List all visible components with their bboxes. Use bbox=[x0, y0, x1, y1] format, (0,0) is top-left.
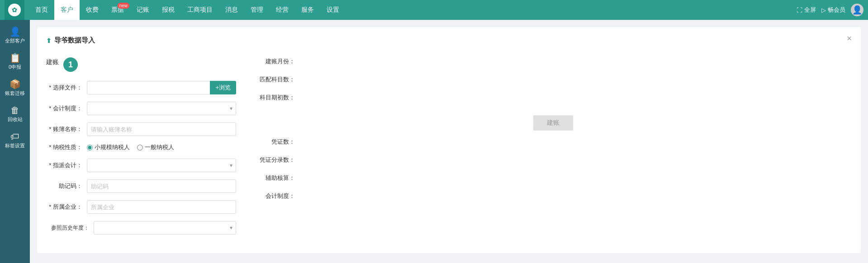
step-indicator: 建账 1 bbox=[46, 57, 236, 72]
accountant-label: * 指派会计： bbox=[46, 161, 82, 169]
recycle-bin-icon: 🗑 bbox=[10, 106, 19, 115]
browse-button[interactable]: +浏览 bbox=[210, 81, 236, 94]
sidebar-item-recycle-bin[interactable]: 🗑 回收站 bbox=[0, 102, 30, 127]
step-label: 建账 bbox=[46, 58, 59, 66]
info-subject-opening: 科目期初数： bbox=[254, 94, 852, 102]
info-auxiliary: 辅助核算： bbox=[254, 174, 852, 182]
nav-fee[interactable]: 收费 bbox=[80, 0, 105, 20]
top-navigation: ✿ 首页 客户 收费 票据 new 记账 报税 工商项目 消息 管理 bbox=[0, 0, 868, 20]
tax-radio-group: 小规模纳税人 一般纳税人 bbox=[87, 143, 236, 151]
account-name-label: * 账簿名称： bbox=[46, 125, 82, 133]
memo-row: 助记码： bbox=[46, 179, 236, 193]
nav-customer[interactable]: 客户 bbox=[54, 0, 80, 20]
form-right: 建账月份： 匹配科目数： 科目期初数： 建账 bbox=[236, 57, 852, 242]
nav-bookkeeping[interactable]: 记账 bbox=[130, 0, 156, 20]
nav-business[interactable]: 工商项目 bbox=[181, 0, 219, 20]
company-input[interactable] bbox=[87, 200, 236, 214]
vip-icon: ▷ bbox=[821, 7, 826, 14]
accounting-select[interactable] bbox=[87, 102, 236, 115]
sidebar-item-all-customers[interactable]: 👤 全部客户 bbox=[0, 23, 30, 48]
nav-message[interactable]: 消息 bbox=[219, 0, 244, 20]
history-select[interactable] bbox=[94, 221, 236, 235]
accountant-row: * 指派会计： bbox=[46, 159, 236, 172]
account-name-input[interactable] bbox=[87, 122, 236, 136]
sidebar-item-account-migration[interactable]: 📦 账套迁移 bbox=[0, 76, 30, 100]
subject-opening-label: 科目期初数： bbox=[254, 94, 295, 102]
nav-invoice[interactable]: 票据 new bbox=[105, 0, 130, 20]
page-layout: 👤 全部客户 📋 0申报 📦 账套迁移 🗑 回收站 🏷 标签设置 ⬆ 导爷数据导… bbox=[0, 20, 868, 263]
sidebar-item-zero-report[interactable]: 📋 0申报 bbox=[0, 50, 30, 74]
step-circle: 1 bbox=[63, 57, 78, 72]
tax-radio-general[interactable] bbox=[137, 145, 143, 150]
account-migration-icon: 📦 bbox=[9, 80, 21, 89]
file-input[interactable] bbox=[87, 81, 210, 94]
fullscreen-icon: ⛶ bbox=[797, 7, 802, 14]
info-accounting-system: 会计制度： bbox=[254, 192, 852, 200]
new-badge: new bbox=[118, 3, 129, 9]
file-input-group: +浏览 bbox=[87, 81, 236, 94]
company-row: * 所属企业： bbox=[46, 200, 236, 214]
tax-label: * 纳税性质： bbox=[46, 143, 82, 151]
file-label: * 选择文件： bbox=[46, 84, 82, 92]
sidebar: 👤 全部客户 📋 0申报 📦 账套迁移 🗑 回收站 🏷 标签设置 bbox=[0, 20, 30, 263]
fullscreen-button[interactable]: ⛶ 全屏 bbox=[797, 6, 816, 14]
nav-manage[interactable]: 管理 bbox=[244, 0, 270, 20]
tax-option-small[interactable]: 小规模纳税人 bbox=[87, 143, 130, 151]
voucher-count-label: 凭证数： bbox=[254, 138, 295, 146]
zero-report-icon: 📋 bbox=[9, 53, 21, 62]
nav-right-area: ⛶ 全屏 ▷ 畅会员 👤 bbox=[797, 4, 863, 16]
tag-settings-icon: 🏷 bbox=[10, 132, 19, 141]
nav-operation[interactable]: 经营 bbox=[270, 0, 295, 20]
import-icon: ⬆ bbox=[46, 37, 52, 44]
accounting-select-wrapper bbox=[87, 102, 236, 115]
memo-label: 助记码： bbox=[46, 182, 82, 190]
accountant-select-wrapper bbox=[87, 159, 236, 172]
app-logo: ✿ bbox=[8, 4, 21, 16]
import-card: ⬆ 导爷数据导入 × 建账 1 * 选择文件： bbox=[37, 27, 861, 253]
tax-option-general[interactable]: 一般纳税人 bbox=[137, 143, 174, 151]
all-customers-icon: 👤 bbox=[9, 27, 21, 36]
accounting-system-label: 会计制度： bbox=[254, 192, 295, 200]
accountant-select[interactable] bbox=[87, 159, 236, 172]
file-row: * 选择文件： +浏览 bbox=[46, 81, 236, 94]
tax-type-row: * 纳税性质： 小规模纳税人 一般纳税人 bbox=[46, 143, 236, 151]
info-match-subjects: 匹配科目数： bbox=[254, 75, 852, 84]
nav-service[interactable]: 服务 bbox=[295, 0, 320, 20]
close-button[interactable]: × bbox=[847, 34, 852, 42]
info-voucher-count: 凭证数： bbox=[254, 138, 852, 146]
history-label: 参照历史年度： bbox=[46, 224, 89, 232]
match-subjects-label: 匹配科目数： bbox=[254, 75, 295, 84]
logo-area[interactable]: ✿ bbox=[5, 0, 24, 20]
account-name-row: * 账簿名称： bbox=[46, 122, 236, 136]
accounting-row: * 会计制度： bbox=[46, 102, 236, 115]
build-account-button[interactable]: 建账 bbox=[533, 115, 573, 131]
vip-button[interactable]: ▷ 畅会员 bbox=[821, 6, 845, 14]
form-area: 建账 1 * 选择文件： +浏览 bbox=[46, 57, 852, 242]
company-label: * 所属企业： bbox=[46, 203, 82, 211]
build-month-label: 建账月份： bbox=[254, 57, 295, 66]
accounting-label: * 会计制度： bbox=[46, 104, 82, 113]
card-title: ⬆ 导爷数据导入 bbox=[46, 36, 852, 45]
memo-input[interactable] bbox=[87, 179, 236, 193]
nav-settings[interactable]: 设置 bbox=[320, 0, 346, 20]
avatar[interactable]: 👤 bbox=[851, 4, 863, 16]
main-content: ⬆ 导爷数据导入 × 建账 1 * 选择文件： bbox=[30, 20, 868, 263]
voucher-entries-label: 凭证分录数： bbox=[254, 156, 295, 164]
info-build-month: 建账月份： bbox=[254, 57, 852, 66]
info-voucher-entries: 凭证分录数： bbox=[254, 156, 852, 164]
nav-home[interactable]: 首页 bbox=[29, 0, 54, 20]
tax-radio-small[interactable] bbox=[87, 145, 93, 150]
form-left: 建账 1 * 选择文件： +浏览 bbox=[46, 57, 236, 242]
sidebar-item-tag-settings[interactable]: 🏷 标签设置 bbox=[0, 128, 30, 153]
nav-tax[interactable]: 报税 bbox=[156, 0, 181, 20]
history-select-wrapper bbox=[94, 221, 236, 235]
nav-items: 首页 客户 收费 票据 new 记账 报税 工商项目 消息 管理 经营 bbox=[29, 0, 346, 20]
auxiliary-label: 辅助核算： bbox=[254, 174, 295, 182]
history-row: 参照历史年度： bbox=[46, 221, 236, 235]
